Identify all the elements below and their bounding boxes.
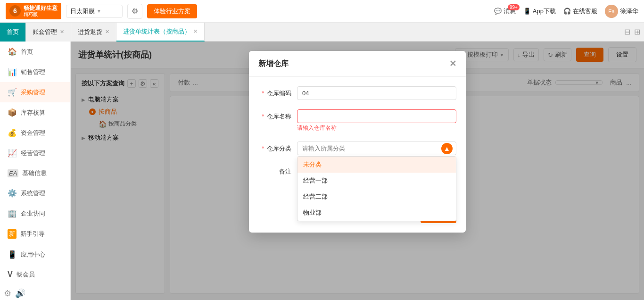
tab-minimize-icon[interactable]: ⊟	[624, 27, 630, 36]
header-right: 💬 消息 99+ 📱 App下载 🎧 在线客服 Ea 徐泽华	[494, 5, 638, 18]
sidebar-label-app-center: 应用中心	[21, 250, 45, 259]
modal-body: * 仓库编码 * 仓库名称 请输入仓库名称	[249, 77, 466, 207]
home-icon: 🏠	[8, 47, 17, 56]
tab-purchase-return[interactable]: 进货退货 ✕	[71, 23, 116, 42]
tab-bar-right: ⊟ ⊞	[624, 27, 644, 36]
form-row-category: * 仓库分类 ▲ 未分类 经营一部 经营二部 物业部	[258, 142, 456, 155]
logo-area: 6 畅捷通好生意 精巧版	[6, 3, 61, 19]
modal-new-warehouse: 新增仓库 ✕ * 仓库编码	[249, 51, 466, 233]
modal-overlay: 新增仓库 ✕ * 仓库编码	[71, 42, 644, 300]
purchase-return-tab-label: 进货退货	[78, 28, 102, 36]
required-star-category: *	[262, 145, 264, 152]
app-center-icon: 📱	[8, 250, 17, 259]
sidebar-item-app-center[interactable]: 📱 应用中心	[0, 244, 70, 265]
enterprise-icon: 🏢	[8, 209, 17, 218]
sidebar-label-inventory: 库存核算	[21, 108, 45, 117]
required-star-name: *	[262, 113, 264, 120]
user-item[interactable]: Ea 徐泽华	[605, 5, 638, 18]
finance-icon: 💰	[8, 128, 17, 137]
sidebar-label-finance: 资金管理	[21, 129, 45, 137]
sidebar-item-enterprise[interactable]: 🏢 企业协同	[0, 203, 70, 224]
store-name: 日太阳膜	[70, 7, 95, 16]
warehouse-name-wrapper: 请输入仓库名称	[297, 109, 456, 132]
account-tab-close[interactable]: ✕	[60, 29, 64, 35]
user-avatar: Ea	[605, 5, 618, 18]
sound-icon[interactable]: 🔊	[15, 288, 25, 299]
purchase-stats-tab-label: 进货单统计表（按商品）	[123, 27, 190, 36]
message-item[interactable]: 💬 消息 99+	[494, 7, 516, 16]
warehouse-name-error: 请输入仓库名称	[297, 124, 456, 132]
inventory-icon: 📦	[8, 108, 17, 117]
tab-home[interactable]: 首页	[0, 23, 26, 42]
sidebar-label-system: 系统管理	[21, 189, 45, 198]
sales-icon: 📊	[8, 67, 17, 76]
sidebar-item-basic-info[interactable]: EA 基础信息	[0, 163, 70, 183]
sidebar-item-inventory[interactable]: 📦 库存核算	[0, 102, 70, 123]
warehouse-code-label: * 仓库编码	[258, 86, 291, 98]
tab-expand-icon[interactable]: ⊞	[634, 27, 640, 36]
modal-close-button[interactable]: ✕	[449, 58, 456, 69]
settings-bottom-icon[interactable]: ⚙	[4, 288, 11, 299]
purchase-return-tab-close[interactable]: ✕	[105, 29, 109, 35]
purchase-stats-tab-close[interactable]: ✕	[193, 28, 198, 34]
dropdown-item-ops2[interactable]: 经营二部	[297, 189, 456, 205]
vip-icon: V	[8, 270, 13, 279]
sidebar-item-sales[interactable]: 📊 销售管理	[0, 62, 70, 82]
operations-icon: 📈	[8, 149, 17, 158]
note-label: 备注	[258, 165, 291, 176]
tab-purchase-stats[interactable]: 进货单统计表（按商品） ✕	[116, 23, 205, 42]
sidebar-item-newbie[interactable]: 新 新手引导	[0, 224, 70, 244]
category-dropdown: 未分类 经营一部 经营二部 物业部	[297, 156, 456, 221]
category-input[interactable]	[297, 142, 456, 155]
username: 徐泽华	[620, 7, 638, 16]
warehouse-category-label: * 仓库分类	[258, 142, 291, 153]
basic-info-icon: EA	[8, 169, 18, 177]
sidebar-label-basic-info: 基础信息	[22, 169, 47, 177]
trial-button[interactable]: 体验行业方案	[147, 4, 197, 18]
dropdown-item-property[interactable]: 物业部	[297, 205, 456, 221]
modal-title: 新增仓库	[258, 59, 289, 69]
sidebar-label-purchase: 采购管理	[21, 88, 45, 97]
online-service-item[interactable]: 🎧 在线客服	[563, 7, 597, 16]
store-selector[interactable]: 日太阳膜 ▼	[66, 5, 123, 18]
sidebar-item-vip[interactable]: V 畅会员	[0, 265, 70, 284]
sidebar-label-home: 首页	[21, 48, 33, 56]
logo-text: 畅捷通好生意	[24, 5, 58, 11]
modal-header: 新增仓库 ✕	[249, 51, 466, 77]
sidebar-item-operations[interactable]: 📈 经营管理	[0, 143, 70, 163]
sidebar-bottom: ⚙ 🔊	[0, 284, 70, 300]
gear-button[interactable]: ⚙	[127, 4, 142, 19]
category-arrow-button[interactable]: ▲	[441, 143, 453, 154]
headset-icon: 🎧	[563, 8, 571, 15]
app-download-item[interactable]: 📱 App下载	[523, 7, 556, 16]
required-star-code: *	[262, 90, 264, 97]
sidebar-item-finance[interactable]: 💰 资金管理	[0, 123, 70, 143]
tab-bar: 首页 账套管理 ✕ 进货退货 ✕ 进货单统计表（按商品） ✕ ⊟ ⊞	[0, 23, 644, 42]
form-row-code: * 仓库编码	[258, 86, 456, 100]
online-service-label: 在线客服	[573, 7, 597, 16]
purchase-icon: 🛒	[8, 88, 17, 97]
app-download-icon: 📱	[523, 8, 531, 15]
sidebar-label-enterprise: 企业协同	[21, 209, 45, 218]
warehouse-code-input[interactable]	[297, 86, 456, 100]
dropdown-item-uncategorized[interactable]: 未分类	[297, 157, 456, 173]
sidebar-item-system[interactable]: ⚙️ 系统管理	[0, 183, 70, 203]
form-row-name: * 仓库名称 请输入仓库名称	[258, 109, 456, 132]
sidebar-label-sales: 销售管理	[21, 68, 45, 76]
warehouse-name-input[interactable]	[297, 109, 456, 123]
home-tab-label: 首页	[7, 28, 19, 36]
content-area: 进货单统计(按商品) 🖨 按模板打印 ▼ ↓ 导出 ↻ 刷新 查询 设置	[71, 42, 644, 300]
sidebar-label-operations: 经营管理	[21, 149, 45, 158]
dropdown-item-ops1[interactable]: 经营一部	[297, 173, 456, 189]
sidebar-label-vip: 畅会员	[17, 270, 35, 279]
sidebar-item-home[interactable]: 🏠 首页	[0, 42, 70, 62]
newbie-icon: 新	[8, 229, 17, 239]
logo-icon: 6	[9, 5, 21, 17]
warehouse-name-label: * 仓库名称	[258, 109, 291, 121]
tab-account[interactable]: 账套管理 ✕	[26, 23, 71, 42]
message-icon: 💬	[494, 8, 502, 15]
ea-label: Ea	[605, 5, 618, 18]
sidebar-item-purchase[interactable]: 🛒 采购管理	[0, 82, 70, 102]
top-header: 6 畅捷通好生意 精巧版 日太阳膜 ▼ ⚙ 体验行业方案 💬 消息 99+ 📱 …	[0, 0, 644, 23]
category-select-wrapper: ▲ 未分类 经营一部 经营二部 物业部	[297, 142, 456, 155]
